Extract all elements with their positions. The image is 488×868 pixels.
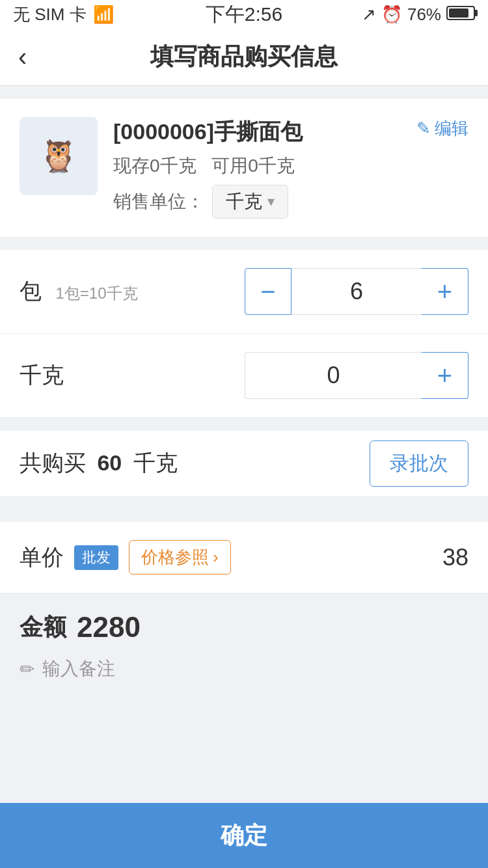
unit-label: 销售单位：	[113, 189, 204, 214]
confirm-button[interactable]: 确定	[0, 803, 488, 868]
batch-button[interactable]: 录批次	[370, 441, 468, 487]
product-unit-row: 销售单位： 千克 ▾	[113, 185, 468, 219]
bao-plus-button[interactable]: +	[422, 268, 468, 315]
status-bar: 无 SIM 卡 📶 下午2:56 ↗ ⏰ 76%	[0, 0, 488, 29]
total-prefix: 共购买	[20, 450, 86, 475]
back-button[interactable]: ‹	[18, 42, 27, 72]
location-icon: ↗	[362, 5, 376, 25]
edit-label: 编辑	[435, 117, 468, 140]
product-stock: 现存0千克 可用0千克	[113, 154, 468, 178]
bao-minus-button[interactable]: −	[245, 268, 291, 315]
price-batch-tag: 批发	[74, 545, 118, 570]
product-thumbnail: 🦉	[39, 138, 78, 174]
price-value: 38	[442, 544, 468, 571]
price-ref-label: 价格参照	[141, 546, 209, 569]
kg-plus-button[interactable]: +	[422, 352, 468, 399]
edit-icon: ✎	[416, 118, 431, 139]
price-label-row: 单价 批发 价格参照 ›	[20, 540, 231, 575]
status-time: 下午2:56	[206, 1, 282, 28]
bao-hint: 1包=10千克	[55, 284, 137, 302]
unit-dropdown-arrow: ▾	[267, 193, 275, 210]
kg-quantity-row: 千克 +	[0, 334, 488, 418]
total-unit: 千克	[133, 450, 178, 475]
total-text: 共购买 60 千克	[20, 448, 178, 478]
price-ref-arrow: ›	[213, 547, 219, 567]
amount-row: 金额 2280	[20, 611, 468, 644]
kg-quantity-controls: +	[245, 352, 468, 399]
bao-quantity-input[interactable]	[291, 268, 422, 315]
wifi-icon: 📶	[93, 5, 114, 25]
nav-bar: ‹ 填写商品购买信息	[0, 29, 488, 86]
carrier-text: 无 SIM 卡	[13, 3, 87, 26]
bao-quantity-row: 包 1包=10千克 − +	[0, 250, 488, 334]
kg-label: 千克	[20, 360, 245, 390]
product-image: 🦉	[20, 117, 98, 195]
quantity-section: 包 1包=10千克 − + 千克 +	[0, 250, 488, 418]
price-reference-button[interactable]: 价格参照 ›	[129, 540, 231, 575]
unit-selector[interactable]: 千克 ▾	[212, 185, 288, 219]
section-divider-1	[0, 237, 488, 250]
battery-percent: 76%	[407, 5, 441, 25]
status-carrier: 无 SIM 卡 📶	[13, 3, 114, 26]
bao-quantity-controls: − +	[245, 268, 468, 315]
unit-value: 千克	[226, 189, 262, 214]
price-label: 单价	[20, 543, 64, 573]
battery-icon	[446, 5, 475, 25]
total-section: 共购买 60 千克 录批次	[0, 431, 488, 496]
product-name: [0000006]手撕面包	[113, 117, 468, 147]
amount-value: 2280	[77, 611, 141, 644]
edit-button[interactable]: ✎ 编辑	[416, 117, 468, 140]
product-card: 🦉 [0000006]手撕面包 现存0千克 可用0千克 销售单位： 千克 ▾ ✎…	[0, 99, 488, 237]
status-right: ↗ ⏰ 76%	[362, 5, 475, 25]
amount-label: 金额	[20, 612, 66, 644]
page-title: 填写商品购买信息	[150, 41, 338, 73]
kg-quantity-input[interactable]	[245, 352, 422, 399]
notes-row[interactable]: ✏ 输入备注	[20, 657, 468, 681]
stock-available: 可用0千克	[211, 156, 295, 176]
price-section: 单价 批发 价格参照 › 38	[0, 522, 488, 593]
notes-placeholder: 输入备注	[42, 657, 115, 681]
total-amount: 60	[97, 450, 122, 475]
bao-label: 包 1包=10千克	[20, 277, 245, 306]
amount-section: 金额 2280 ✏ 输入备注	[0, 593, 488, 694]
stock-current: 现存0千克	[113, 156, 197, 176]
alarm-icon: ⏰	[381, 5, 402, 25]
pencil-icon: ✏	[20, 658, 34, 680]
product-info: [0000006]手撕面包 现存0千克 可用0千克 销售单位： 千克 ▾	[113, 117, 468, 219]
section-divider-2	[0, 496, 488, 509]
